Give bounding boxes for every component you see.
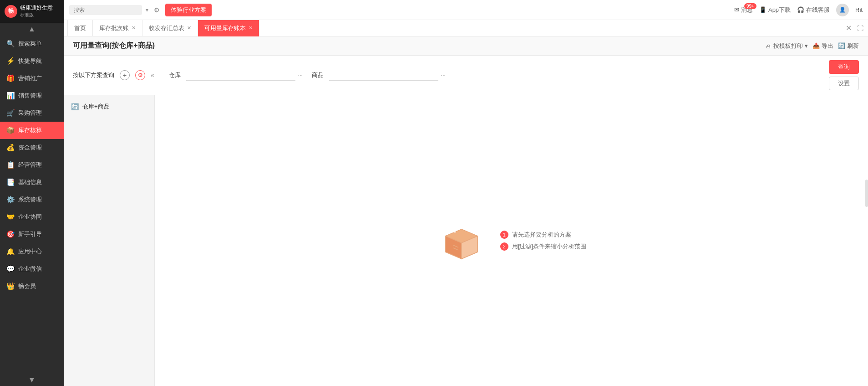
tab-available-close[interactable]: ✕	[249, 25, 253, 31]
app-download-label: App下载	[768, 6, 791, 14]
page-header: 可用量查询(按仓库+商品) 🖨 按模板打印 ▾ 📤 导出 🔄 刷新	[64, 36, 868, 56]
empty-illustration: 1 请先选择要分析的方案 2 用[过滤]条件来缩小分析范围	[437, 218, 586, 263]
industry-btn[interactable]: 体验行业方案	[165, 4, 212, 16]
filter-add-btn[interactable]: +	[120, 70, 130, 80]
refresh-btn[interactable]: 🔄 刷新	[838, 42, 859, 50]
filter-label: 按以下方案查询	[73, 71, 114, 79]
newbie-icon: 🎯	[6, 230, 15, 238]
tab-summary[interactable]: 收发存汇总表 ✕	[142, 20, 198, 36]
sidebar-item-member[interactable]: 👑 畅会员	[0, 278, 64, 295]
scheme-item-warehouse-goods[interactable]: 🔄 仓库+商品	[64, 99, 154, 114]
warehouse-more-btn[interactable]: ···	[298, 72, 303, 78]
sidebar-scroll-up[interactable]: ▲	[0, 23, 64, 35]
tab-summary-label: 收发存汇总表	[149, 24, 184, 32]
sidebar-item-label: 经营管理	[18, 161, 42, 169]
sidebar-item-label: 库存核算	[18, 126, 42, 134]
sidebar-item-shortcut[interactable]: ⚡ 快捷导航	[0, 52, 64, 70]
filter-row: 按以下方案查询 + ⚙ « 仓库 ··· 商品 ···	[64, 56, 868, 95]
app-icon: 🔔	[6, 247, 15, 256]
settings-btn[interactable]: 设置	[829, 77, 859, 90]
scheme-and-content: 🔄 仓库+商品	[64, 95, 868, 386]
system-icon: ⚙️	[6, 196, 15, 204]
sidebar-item-label: 新手引导	[18, 230, 42, 238]
scheme-item-label: 仓库+商品	[82, 103, 110, 111]
sidebar-nav: 🔍 搜索菜单 ⚡ 快捷导航 🎁 营销推广 📊 销售管理 🛒 采购管理 📦 库存核…	[0, 35, 64, 374]
print-btn[interactable]: 🖨 按模板打印 ▾	[766, 42, 808, 50]
query-btn[interactable]: 查询	[829, 60, 859, 74]
app-download-icon: 📱	[759, 6, 766, 13]
sidebar-item-purchase[interactable]: 🛒 采购管理	[0, 104, 64, 122]
sidebar-item-finance[interactable]: 💰 资金管理	[0, 139, 64, 156]
warehouse-field: 仓库 ···	[169, 70, 303, 81]
filter-collapse-btn[interactable]: «	[151, 72, 154, 79]
tab-batch-label: 库存批次账	[99, 24, 129, 32]
svg-point-5	[458, 227, 460, 229]
avatar: 👤	[836, 4, 849, 16]
sidebar-item-label: 销售管理	[18, 92, 42, 100]
sidebar-item-wechat[interactable]: 💬 企业微信	[0, 260, 64, 278]
enterprise-icon: 🤝	[6, 213, 15, 221]
sidebar-item-operations[interactable]: 📋 经营管理	[0, 156, 64, 174]
support-btn[interactable]: 🎧 在线客服	[797, 6, 830, 14]
sidebar-header: 畅 畅康通好生意 标准版	[0, 0, 64, 23]
sidebar-title: 畅康通好生意	[20, 5, 53, 12]
tab-batch[interactable]: 库存批次账 ✕	[93, 20, 142, 36]
goods-field: 商品 ···	[312, 70, 446, 81]
avatar-icon: 👤	[839, 7, 846, 13]
sidebar-item-label: 企业协同	[18, 213, 42, 221]
sidebar-scroll-down[interactable]: ▼	[0, 374, 64, 386]
finance-icon: 💰	[6, 144, 15, 152]
sidebar-item-enterprise[interactable]: 🤝 企业协同	[0, 208, 64, 226]
operations-icon: 📋	[6, 161, 15, 169]
sidebar-item-label: 基础信息	[18, 178, 42, 186]
main-content: 1 请先选择要分析的方案 2 用[过滤]条件来缩小分析范围	[155, 95, 868, 386]
support-icon: 🎧	[797, 6, 804, 13]
tab-summary-close[interactable]: ✕	[187, 25, 191, 31]
empty-box-illustration	[437, 218, 487, 263]
sidebar-item-system[interactable]: ⚙️ 系统管理	[0, 191, 64, 208]
content: 按以下方案查询 + ⚙ « 仓库 ··· 商品 ···	[64, 56, 868, 386]
export-icon: 📤	[812, 42, 820, 49]
tabs-right-actions: ✕ ⛶	[845, 23, 864, 33]
export-btn[interactable]: 📤 导出	[812, 42, 833, 50]
hint-num-1: 1	[500, 231, 508, 239]
marketing-icon: 🎁	[6, 74, 15, 82]
scheme-item-icon: 🔄	[71, 103, 79, 110]
hint-num-2: 2	[500, 242, 508, 251]
member-icon: 👑	[6, 282, 15, 290]
wechat-icon: 💬	[6, 265, 15, 273]
topbar-gear-icon[interactable]: ⚙	[152, 5, 162, 15]
scheme-sidebar: 🔄 仓库+商品	[64, 95, 155, 386]
refresh-icon: 🔄	[838, 42, 845, 49]
sidebar-item-newbie[interactable]: 🎯 新手引导	[0, 226, 64, 243]
goods-more-btn[interactable]: ···	[441, 72, 446, 78]
tabs-close-all-btn[interactable]: ✕	[845, 23, 853, 33]
filter-settings-btn[interactable]: ⚙	[135, 70, 145, 80]
app-download-btn[interactable]: 📱 App下载	[759, 6, 791, 14]
username[interactable]: Rit	[855, 6, 863, 13]
warehouse-label: 仓库	[169, 71, 181, 79]
sidebar-item-basic[interactable]: 📑 基础信息	[0, 174, 64, 191]
topbar-right: ✉ 消息 99+ 📱 App下载 🎧 在线客服 👤 Rit	[734, 4, 863, 16]
topbar: ▾ ⚙ 体验行业方案 ✉ 消息 99+ 📱 App下载 🎧 在线客服 👤 Rit	[64, 0, 868, 20]
sidebar-item-label: 营销推广	[18, 74, 42, 82]
sidebar-item-inventory[interactable]: 📦 库存核算	[0, 122, 64, 139]
topbar-search-input[interactable]	[69, 5, 142, 15]
sidebar-item-app[interactable]: 🔔 应用中心	[0, 243, 64, 260]
notification-badge: 99+	[744, 3, 756, 9]
tabs-expand-btn[interactable]: ⛶	[856, 24, 864, 33]
notification-btn[interactable]: ✉ 消息 99+	[734, 6, 753, 14]
sidebar-item-marketing[interactable]: 🎁 营销推广	[0, 70, 64, 87]
warehouse-input[interactable]	[186, 70, 295, 81]
print-dropdown-icon[interactable]: ▾	[805, 42, 808, 49]
tab-available-label: 可用量库存账本	[204, 24, 246, 32]
sidebar-item-search[interactable]: 🔍 搜索菜单	[0, 35, 64, 52]
topbar-dropdown-icon[interactable]: ▾	[146, 7, 148, 13]
tab-home[interactable]: 首页	[67, 20, 93, 36]
tab-batch-close[interactable]: ✕	[132, 25, 136, 31]
tab-available[interactable]: 可用量库存账本 ✕	[198, 20, 259, 36]
sidebar-item-label: 采购管理	[18, 109, 42, 117]
sidebar-item-sales[interactable]: 📊 销售管理	[0, 87, 64, 104]
page-title: 可用量查询(按仓库+商品)	[73, 41, 155, 51]
goods-input[interactable]	[329, 70, 438, 81]
